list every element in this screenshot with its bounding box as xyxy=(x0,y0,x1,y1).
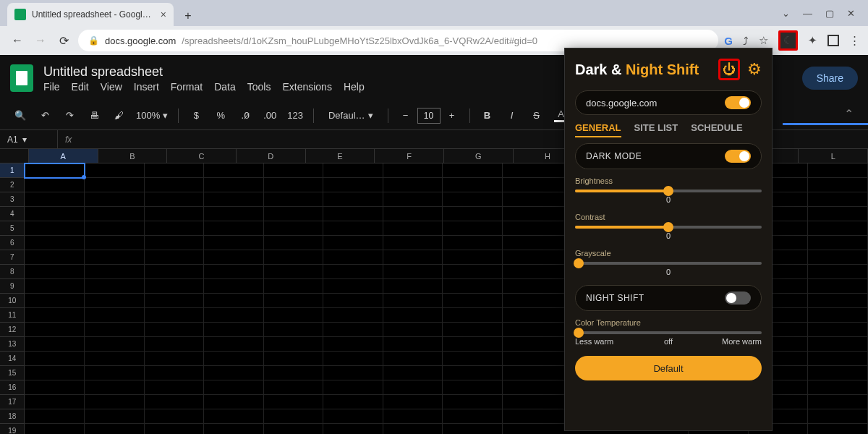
forward-button[interactable]: → xyxy=(32,32,49,49)
menu-format[interactable]: Format xyxy=(171,81,203,93)
increase-font-icon[interactable]: + xyxy=(445,110,459,121)
cell[interactable] xyxy=(808,207,868,221)
col-header-l[interactable]: L xyxy=(799,149,868,163)
cell[interactable] xyxy=(264,207,324,221)
cell[interactable] xyxy=(323,221,383,236)
cell[interactable] xyxy=(383,236,443,250)
menu-help[interactable]: Help xyxy=(344,81,365,93)
row-header[interactable]: 13 xyxy=(0,337,25,352)
cell[interactable] xyxy=(264,163,324,178)
cell[interactable] xyxy=(323,380,383,395)
row-header[interactable]: 9 xyxy=(0,279,25,294)
menu-tools[interactable]: Tools xyxy=(247,81,271,93)
row-header[interactable]: 19 xyxy=(0,424,25,434)
cell[interactable] xyxy=(808,308,868,323)
cell[interactable] xyxy=(145,308,205,323)
menu-data[interactable]: Data xyxy=(214,81,236,93)
default-button[interactable]: Default xyxy=(575,356,762,380)
cell[interactable] xyxy=(323,366,383,380)
cell[interactable] xyxy=(443,250,503,265)
cell[interactable] xyxy=(808,163,868,178)
more-formats-icon[interactable]: 123 xyxy=(287,110,303,121)
cell[interactable] xyxy=(264,424,324,434)
cell[interactable] xyxy=(323,178,383,192)
cell[interactable] xyxy=(85,323,145,337)
side-panel-icon[interactable] xyxy=(827,35,839,46)
cell[interactable] xyxy=(25,366,85,380)
cell[interactable] xyxy=(25,380,85,395)
cell[interactable] xyxy=(85,163,145,178)
row-header[interactable]: 18 xyxy=(0,409,25,424)
cell[interactable] xyxy=(204,192,264,207)
row-header[interactable]: 16 xyxy=(0,380,25,395)
reload-button[interactable]: ⟳ xyxy=(55,32,72,49)
cell[interactable] xyxy=(323,279,383,294)
row-header[interactable]: 11 xyxy=(0,308,25,323)
cell[interactable] xyxy=(264,366,324,380)
slider-thumb[interactable] xyxy=(574,328,584,338)
cell[interactable] xyxy=(323,308,383,323)
cell[interactable] xyxy=(204,236,264,250)
dark-mode-toggle[interactable] xyxy=(725,150,751,163)
cell[interactable] xyxy=(85,308,145,323)
cell[interactable] xyxy=(808,424,868,434)
cell[interactable] xyxy=(145,279,205,294)
cell[interactable] xyxy=(808,337,868,352)
cell[interactable] xyxy=(85,236,145,250)
tab-general[interactable]: GENERAL xyxy=(575,122,621,137)
col-header-a[interactable]: A xyxy=(29,149,98,163)
italic-icon[interactable]: I xyxy=(505,110,519,121)
cell[interactable] xyxy=(204,409,264,424)
cell[interactable] xyxy=(443,352,503,366)
cell[interactable] xyxy=(808,409,868,424)
cell[interactable] xyxy=(264,192,324,207)
cell[interactable] xyxy=(383,207,443,221)
cell[interactable] xyxy=(443,178,503,192)
cell[interactable] xyxy=(25,409,85,424)
cell[interactable] xyxy=(808,323,868,337)
cell[interactable] xyxy=(323,424,383,434)
night-shift-toggle[interactable] xyxy=(725,292,751,305)
cell[interactable] xyxy=(808,366,868,380)
cell[interactable] xyxy=(383,192,443,207)
cell[interactable] xyxy=(264,395,324,409)
print-icon[interactable]: 🖶 xyxy=(87,110,101,121)
cell[interactable] xyxy=(383,366,443,380)
cell[interactable] xyxy=(264,323,324,337)
font-size-input[interactable]: 10 xyxy=(417,108,441,124)
google-icon[interactable]: G xyxy=(724,35,733,47)
cell[interactable] xyxy=(25,250,85,265)
strikethrough-icon[interactable]: S xyxy=(529,110,544,121)
cell[interactable] xyxy=(264,279,324,294)
cell[interactable] xyxy=(145,250,205,265)
percent-icon[interactable]: % xyxy=(213,110,228,121)
minimize-icon[interactable]: — xyxy=(803,8,812,19)
cell[interactable] xyxy=(383,409,443,424)
cell[interactable] xyxy=(323,250,383,265)
cell[interactable] xyxy=(808,265,868,279)
site-toggle[interactable] xyxy=(725,96,751,109)
cell[interactable] xyxy=(25,279,85,294)
row-header[interactable]: 17 xyxy=(0,395,25,409)
cell[interactable] xyxy=(808,395,868,409)
cell[interactable] xyxy=(145,163,205,178)
menu-view[interactable]: View xyxy=(101,81,122,93)
row-header[interactable]: 1 xyxy=(0,163,25,178)
cell[interactable] xyxy=(145,337,205,352)
cell[interactable] xyxy=(383,265,443,279)
decrease-font-icon[interactable]: − xyxy=(399,110,413,121)
tab-schedule[interactable]: SCHEDULE xyxy=(691,122,743,137)
col-header-g[interactable]: G xyxy=(444,149,514,163)
new-tab-button[interactable]: + xyxy=(178,6,198,26)
cell[interactable] xyxy=(264,250,324,265)
row-header[interactable]: 10 xyxy=(0,294,25,308)
share-url-icon[interactable]: ⤴ xyxy=(743,35,749,47)
cell[interactable] xyxy=(204,250,264,265)
cell[interactable] xyxy=(25,337,85,352)
cell[interactable] xyxy=(25,163,85,178)
col-header-d[interactable]: D xyxy=(237,149,306,163)
collapse-toolbar-icon[interactable]: ⌃ xyxy=(844,107,854,121)
row-header[interactable]: 6 xyxy=(0,236,25,250)
row-header[interactable]: 14 xyxy=(0,352,25,366)
cell[interactable] xyxy=(323,395,383,409)
